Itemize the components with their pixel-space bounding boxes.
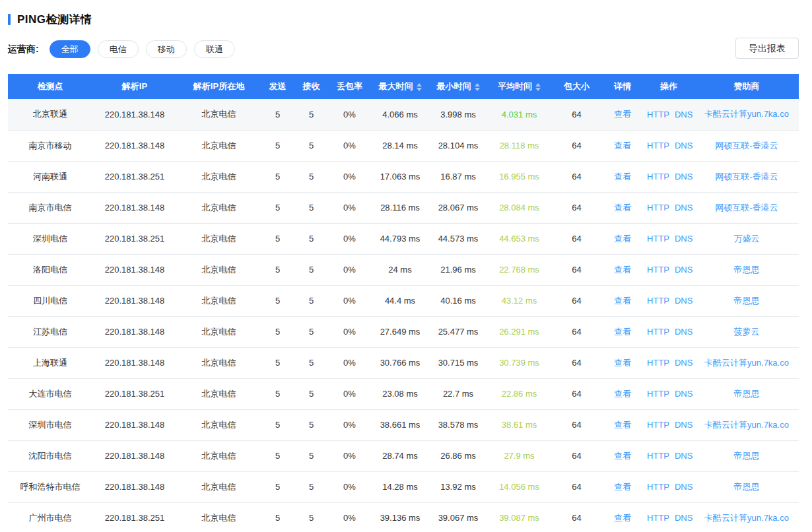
- column-header-7[interactable]: 最小时间: [429, 74, 487, 99]
- http-test-link[interactable]: HTTP: [647, 234, 669, 244]
- cell-node: 南京市电信: [8, 192, 92, 223]
- view-detail-link[interactable]: 查看: [614, 141, 631, 150]
- view-detail-link[interactable]: 查看: [614, 203, 631, 213]
- dns-test-link[interactable]: DNS: [675, 265, 693, 275]
- view-detail-link[interactable]: 查看: [614, 172, 631, 182]
- sponsor-link[interactable]: 帝恩思: [734, 482, 760, 492]
- http-test-link[interactable]: HTTP: [647, 389, 669, 399]
- dns-test-link[interactable]: DNS: [675, 482, 693, 492]
- http-test-link[interactable]: HTTP: [647, 451, 669, 461]
- http-test-link[interactable]: HTTP: [647, 358, 669, 368]
- table-row: 江苏电信 220.181.38.148 北京电信 5 5 0% 27.649 m…: [8, 316, 799, 347]
- ping-result-table: 检测点解析IP解析IP所在地发送接收丢包率最大时间最小时间平均时间包大小详情操作…: [8, 74, 799, 532]
- table-row: 南京市电信 220.181.38.148 北京电信 5 5 0% 28.116 …: [8, 192, 799, 223]
- view-detail-link[interactable]: 查看: [614, 389, 631, 399]
- http-test-link[interactable]: HTTP: [647, 141, 669, 150]
- dns-test-link[interactable]: DNS: [675, 110, 693, 119]
- cell-resolved-ip: 220.181.38.251: [92, 161, 177, 192]
- view-detail-link[interactable]: 查看: [614, 420, 631, 430]
- sponsor-link[interactable]: 帝恩思: [734, 389, 760, 399]
- http-test-link[interactable]: HTTP: [647, 296, 669, 306]
- cell-max-time: 4.066 ms: [371, 99, 429, 130]
- cell-max-time: 44.4 ms: [371, 285, 429, 316]
- cell-actions: HTTPDNS: [643, 409, 694, 440]
- cell-received: 5: [294, 471, 328, 502]
- cell-sent: 5: [261, 223, 294, 254]
- carrier-filter-pill-0[interactable]: 全部: [50, 40, 90, 58]
- sponsor-link[interactable]: 卡酷云计算yun.7ka.co: [704, 513, 789, 523]
- http-test-link[interactable]: HTTP: [647, 482, 669, 492]
- sponsor-link[interactable]: 卡酷云计算yun.7ka.co: [704, 420, 789, 430]
- dns-test-link[interactable]: DNS: [675, 141, 693, 150]
- sponsor-link[interactable]: 网硕互联-香港云: [715, 141, 778, 150]
- table-row: 大连市电信 220.181.38.251 北京电信 5 5 0% 23.08 m…: [8, 378, 799, 409]
- sponsor-link[interactable]: 帝恩思: [734, 451, 760, 461]
- dns-test-link[interactable]: DNS: [675, 358, 693, 368]
- sponsor-link[interactable]: 卡酷云计算yun.7ka.co: [704, 109, 789, 119]
- sponsor-link[interactable]: 网硕互联-香港云: [715, 172, 778, 182]
- view-detail-link[interactable]: 查看: [614, 358, 631, 368]
- column-header-8[interactable]: 平均时间: [487, 74, 551, 99]
- sponsor-link[interactable]: 菠萝云: [734, 327, 760, 337]
- sponsor-link[interactable]: 帝恩思: [734, 265, 760, 275]
- export-report-button[interactable]: 导出报表: [735, 38, 799, 59]
- cell-avg-time: 26.291 ms: [487, 316, 551, 347]
- table-row: 深圳市电信 220.181.38.148 北京电信 5 5 0% 38.661 …: [8, 409, 799, 440]
- view-detail-link[interactable]: 查看: [614, 513, 631, 523]
- cell-loss-rate: 0%: [328, 223, 371, 254]
- view-detail-link[interactable]: 查看: [614, 327, 631, 337]
- cell-received: 5: [294, 347, 328, 378]
- http-test-link[interactable]: HTTP: [647, 172, 669, 182]
- http-test-link[interactable]: HTTP: [647, 327, 669, 337]
- sponsor-link[interactable]: 卡酷云计算yun.7ka.co: [704, 358, 789, 368]
- avg-time-value: 22.86 ms: [502, 389, 537, 399]
- view-detail-link[interactable]: 查看: [614, 265, 631, 275]
- cell-received: 5: [294, 409, 328, 440]
- dns-test-link[interactable]: DNS: [675, 327, 693, 337]
- carrier-filter-pill-3[interactable]: 联通: [194, 40, 235, 58]
- column-header-6[interactable]: 最大时间: [371, 74, 429, 99]
- carrier-filter-label: 运营商:: [8, 44, 39, 55]
- cell-received: 5: [294, 378, 328, 409]
- dns-test-link[interactable]: DNS: [675, 451, 693, 461]
- http-test-link[interactable]: HTTP: [647, 420, 669, 430]
- dns-test-link[interactable]: DNS: [675, 172, 693, 182]
- cell-ip-location: 北京电信: [177, 347, 261, 378]
- cell-loss-rate: 0%: [328, 192, 371, 223]
- cell-min-time: 21.96 ms: [429, 254, 487, 285]
- view-detail-link[interactable]: 查看: [614, 482, 631, 492]
- cell-loss-rate: 0%: [328, 440, 371, 471]
- http-test-link[interactable]: HTTP: [647, 265, 669, 275]
- carrier-filter-pill-1[interactable]: 电信: [98, 40, 139, 58]
- dns-test-link[interactable]: DNS: [675, 513, 693, 523]
- title-accent-bar: [8, 14, 11, 25]
- cell-loss-rate: 0%: [328, 471, 371, 502]
- dns-test-link[interactable]: DNS: [675, 389, 693, 399]
- cell-detail: 查看: [602, 223, 643, 254]
- cell-sent: 5: [261, 316, 294, 347]
- http-test-link[interactable]: HTTP: [647, 513, 669, 523]
- avg-time-value: 38.61 ms: [502, 420, 537, 430]
- dns-test-link[interactable]: DNS: [675, 203, 693, 213]
- dns-test-link[interactable]: DNS: [675, 420, 693, 430]
- sponsor-link[interactable]: 帝恩思: [734, 296, 760, 306]
- view-detail-link[interactable]: 查看: [614, 296, 631, 306]
- cell-avg-time: 28.118 ms: [487, 130, 551, 161]
- view-detail-link[interactable]: 查看: [614, 451, 631, 461]
- column-header-4: 接收: [294, 74, 328, 99]
- cell-avg-time: 44.653 ms: [487, 223, 551, 254]
- http-test-link[interactable]: HTTP: [647, 203, 669, 213]
- sponsor-link[interactable]: 网硕互联-香港云: [715, 203, 778, 213]
- http-test-link[interactable]: HTTP: [647, 110, 669, 119]
- dns-test-link[interactable]: DNS: [675, 296, 693, 306]
- view-detail-link[interactable]: 查看: [614, 109, 631, 119]
- sponsor-link[interactable]: 万盛云: [734, 234, 760, 244]
- dns-test-link[interactable]: DNS: [675, 234, 693, 244]
- carrier-filter-pill-2[interactable]: 移动: [146, 40, 187, 58]
- view-detail-link[interactable]: 查看: [614, 234, 631, 244]
- cell-sent: 5: [261, 192, 294, 223]
- cell-packet-size: 64: [551, 471, 602, 502]
- cell-sponsor: 卡酷云计算yun.7ka.co: [694, 409, 799, 440]
- cell-sponsor: 网硕互联-香港云: [694, 192, 799, 223]
- cell-avg-time: 22.768 ms: [487, 254, 551, 285]
